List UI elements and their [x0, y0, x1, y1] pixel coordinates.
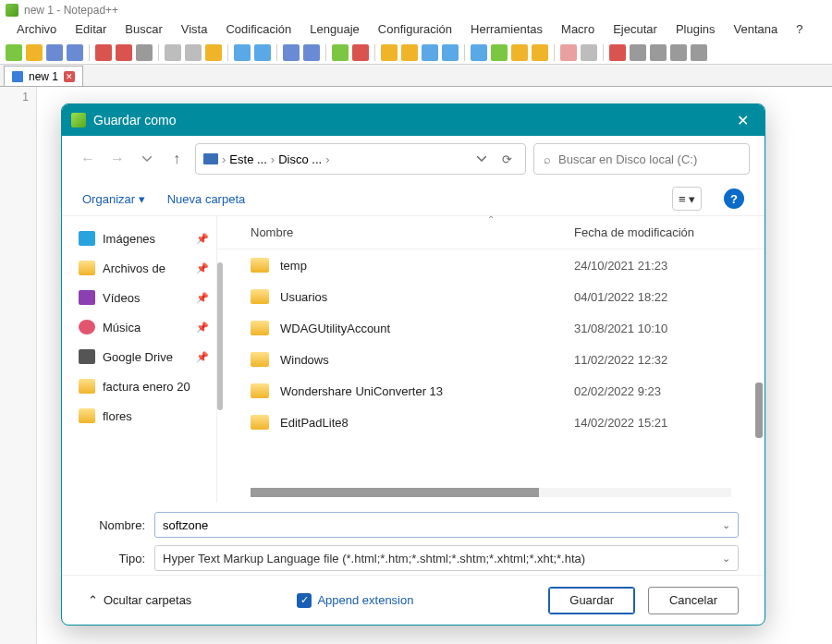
- menu-plugins[interactable]: Plugins: [667, 20, 725, 41]
- menu-?[interactable]: ?: [787, 20, 812, 41]
- chevron-up-icon: ⌃: [88, 593, 98, 607]
- menu-ejecutar[interactable]: Ejecutar: [604, 20, 667, 41]
- tab-label: new 1: [29, 70, 58, 83]
- wrap-icon[interactable]: [422, 44, 438, 61]
- close-icon[interactable]: [95, 44, 112, 61]
- organize-button[interactable]: Organizar ▾: [82, 192, 145, 206]
- menu-codificación[interactable]: Codificación: [216, 20, 300, 41]
- tab-close-icon[interactable]: ✕: [64, 71, 75, 82]
- sidebar-item[interactable]: factura enero 20: [62, 371, 216, 401]
- copy-icon[interactable]: [185, 44, 202, 61]
- file-name: temp: [280, 259, 574, 273]
- horizontal-scrollbar[interactable]: [251, 488, 731, 497]
- file-date: 24/10/2021 21:23: [574, 259, 750, 273]
- rec-icon[interactable]: [560, 44, 577, 61]
- column-headers[interactable]: ⌃ Nombre Fecha de modificación: [217, 216, 765, 249]
- filename-value: softzone: [163, 518, 208, 532]
- menu-macro[interactable]: Macro: [552, 20, 604, 41]
- menu-archivo[interactable]: Archivo: [7, 20, 66, 41]
- column-name[interactable]: Nombre: [251, 225, 574, 239]
- misc-icon[interactable]: [581, 44, 597, 61]
- menu-configuración[interactable]: Configuración: [369, 20, 461, 41]
- stop-icon[interactable]: [630, 44, 646, 61]
- close-all-icon[interactable]: [116, 44, 132, 61]
- file-row[interactable]: WDAGUtilityAccount31/08/2021 10:10: [217, 312, 765, 344]
- view-mode-button[interactable]: ≡ ▾: [672, 187, 702, 211]
- close-button[interactable]: ✕: [729, 107, 755, 133]
- crumb-disk[interactable]: Disco ...: [278, 152, 322, 166]
- menu-buscar[interactable]: Buscar: [116, 20, 171, 41]
- nav-up-icon[interactable]: ↑: [165, 148, 188, 170]
- nav-back-icon[interactable]: ←: [77, 148, 99, 170]
- undo-icon[interactable]: [234, 44, 251, 61]
- file-row[interactable]: Wondershare UniConverter 1302/02/2022 9:…: [217, 375, 765, 407]
- replace-icon[interactable]: [303, 44, 320, 61]
- sidebar-scrollbar[interactable]: [217, 262, 223, 410]
- folder-icon[interactable]: [381, 44, 398, 61]
- func-icon[interactable]: [511, 44, 528, 61]
- file-row[interactable]: temp24/10/2021 21:23: [217, 249, 765, 281]
- window-title: new 1 - Notepad++: [24, 4, 118, 17]
- zoom-in-icon[interactable]: [332, 44, 349, 61]
- new-folder-button[interactable]: Nueva carpeta: [167, 192, 246, 206]
- save-icon[interactable]: [46, 44, 63, 61]
- save-macro-icon[interactable]: [691, 44, 707, 61]
- cut-icon[interactable]: [165, 44, 181, 61]
- file-row[interactable]: Windows11/02/2022 12:32: [217, 344, 765, 375]
- breadcrumb-bar[interactable]: › Este ... › Disco ... › ⟳: [195, 143, 526, 175]
- cancel-button[interactable]: Cancelar: [648, 587, 739, 614]
- sidebar-item[interactable]: Google Drive📌: [62, 342, 216, 371]
- nav-forward-icon[interactable]: →: [106, 148, 128, 170]
- redo-icon[interactable]: [254, 44, 271, 61]
- filename-input[interactable]: softzone ⌄: [154, 512, 739, 538]
- map-icon[interactable]: [532, 44, 548, 61]
- folder-icon: [79, 408, 95, 423]
- guides-icon[interactable]: [442, 44, 459, 61]
- record-icon[interactable]: [609, 44, 626, 61]
- print-icon[interactable]: [136, 44, 153, 61]
- filename-history-icon[interactable]: ⌄: [722, 519, 730, 531]
- refresh-icon[interactable]: ⟳: [496, 148, 518, 170]
- tab-new1[interactable]: new 1 ✕: [4, 66, 83, 86]
- search-input[interactable]: ⌕ Buscar en Disco local (C:): [533, 143, 750, 175]
- paste-icon[interactable]: [205, 44, 222, 61]
- sidebar-item[interactable]: Imágenes📌: [62, 224, 216, 253]
- sidebar-item[interactable]: flores: [62, 401, 216, 431]
- file-row[interactable]: EditPadLite814/02/2022 15:21: [217, 407, 765, 438]
- file-row[interactable]: Usuarios04/01/2022 18:22: [217, 281, 765, 312]
- menu-editar[interactable]: Editar: [66, 20, 116, 41]
- filetype-value: Hyper Text Markup Language file (*.html;…: [163, 552, 585, 565]
- sidebar-item[interactable]: Música📌: [62, 312, 216, 342]
- menu-vista[interactable]: Vista: [172, 20, 217, 41]
- crumb-pc[interactable]: Este ...: [229, 152, 266, 166]
- vertical-scrollbar[interactable]: [755, 383, 763, 438]
- fast-icon[interactable]: [670, 44, 687, 61]
- filetype-dropdown-icon[interactable]: ⌄: [722, 553, 730, 565]
- folder-icon: [79, 290, 95, 305]
- indent-icon[interactable]: [471, 44, 487, 61]
- crumb-dropdown-icon[interactable]: [477, 156, 486, 162]
- sidebar-item[interactable]: Vídeos📌: [62, 283, 216, 312]
- menu-lenguaje[interactable]: Lenguaje: [300, 20, 369, 41]
- new-file-icon[interactable]: [6, 44, 22, 61]
- menu-herramientas[interactable]: Herramientas: [461, 20, 552, 41]
- append-extension-checkbox[interactable]: ✓ Append extension: [297, 593, 413, 608]
- find-icon[interactable]: [283, 44, 300, 61]
- save-all-icon[interactable]: [67, 44, 83, 61]
- help-button[interactable]: ?: [724, 188, 744, 209]
- play-icon[interactable]: [650, 44, 667, 61]
- hide-folders-toggle[interactable]: ⌃ Ocultar carpetas: [88, 593, 191, 607]
- menu-ventana[interactable]: Ventana: [725, 20, 788, 41]
- sidebar-label: Música: [103, 321, 141, 334]
- lang-icon[interactable]: [491, 44, 508, 61]
- nav-recent-icon[interactable]: [136, 148, 158, 170]
- sidebar-item[interactable]: Archivos de📌: [62, 253, 216, 283]
- filetype-select[interactable]: Hyper Text Markup Language file (*.html;…: [154, 545, 739, 571]
- file-date: 11/02/2022 12:32: [574, 353, 750, 367]
- file-name: Usuarios: [280, 290, 574, 304]
- zoom-out-icon[interactable]: [352, 44, 369, 61]
- column-date[interactable]: Fecha de modificación: [574, 225, 750, 239]
- open-file-icon[interactable]: [26, 44, 43, 61]
- folder2-icon[interactable]: [401, 44, 418, 61]
- save-button[interactable]: Guardar: [548, 587, 635, 614]
